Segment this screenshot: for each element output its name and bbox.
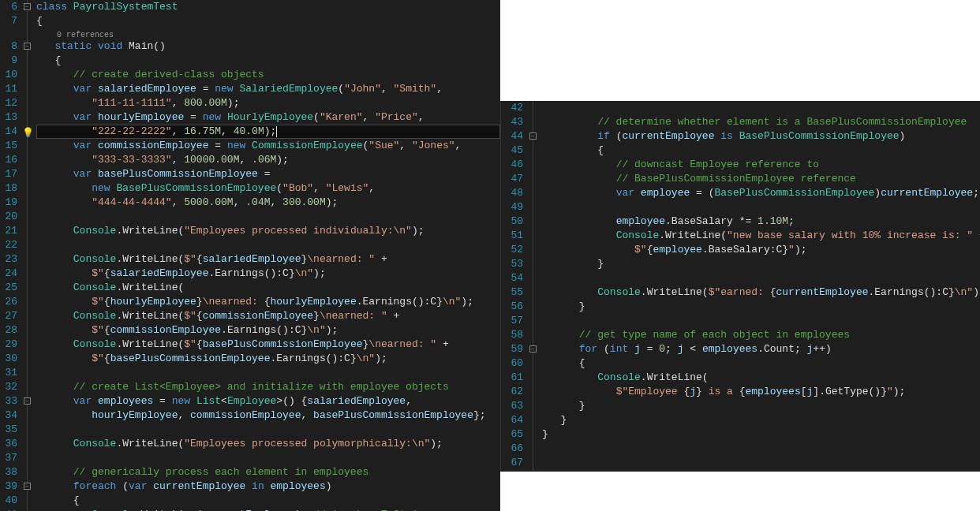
line-number[interactable]: 56	[501, 300, 523, 314]
code-line[interactable]: hourlyEmployee, commissionEmployee, base…	[36, 408, 500, 423]
line-number[interactable]: 67	[501, 456, 523, 470]
line-number[interactable]: 47	[501, 172, 523, 186]
fold-toggle-icon[interactable]: −	[529, 345, 537, 352]
line-number[interactable]: 7	[0, 14, 17, 28]
line-number[interactable]: 53	[501, 257, 523, 271]
code-line[interactable]	[36, 423, 500, 437]
line-number[interactable]: 55	[501, 285, 523, 300]
line-number[interactable]: 12	[0, 96, 17, 110]
code-line[interactable]: // get type name of each object in emplo…	[542, 328, 980, 342]
line-number[interactable]: 45	[501, 144, 523, 158]
line-number[interactable]: 44	[501, 129, 523, 144]
code-line[interactable]: var commissionEmployee = new CommissionE…	[36, 139, 500, 153]
code-line[interactable]: {	[36, 54, 500, 68]
code-line[interactable]: // BasePlusCommissionEmployee reference	[542, 172, 980, 186]
fold-toggle-icon[interactable]: −	[24, 43, 31, 50]
line-number[interactable]: 21	[0, 224, 17, 238]
fold-column[interactable]: −−−−	[22, 0, 33, 511]
line-number[interactable]: 62	[501, 385, 523, 399]
line-number[interactable]: 49	[501, 200, 523, 214]
editor-pane-right[interactable]: 4243444546474849505152535455565758596061…	[500, 101, 980, 472]
code-line[interactable]: Console.WriteLine($"{commissionEmployee}…	[36, 309, 500, 323]
line-number[interactable]: 50	[501, 214, 523, 229]
code-line[interactable]: // create List<Employee> and initialize …	[36, 380, 500, 394]
line-number[interactable]: 39	[0, 479, 17, 494]
code-line[interactable]: for (int j = 0; j < employees.Count; j++…	[542, 342, 980, 356]
code-line[interactable]: $"Employee {j} is a {employees[j].GetTyp…	[542, 385, 980, 399]
code-line[interactable]: static void Main()	[36, 39, 500, 54]
line-number[interactable]: 8	[0, 39, 17, 54]
code-line[interactable]	[36, 210, 500, 224]
code-line[interactable]	[36, 238, 500, 252]
code-line[interactable]: employee.BaseSalary *= 1.10M;	[542, 214, 980, 229]
line-number[interactable]: 35	[0, 423, 17, 437]
code-line[interactable]	[542, 271, 980, 285]
line-number-gutter[interactable]: 6789101112131415161718192021222324252627…	[0, 0, 22, 511]
line-number[interactable]: 20	[0, 210, 17, 224]
line-number[interactable]: 66	[501, 442, 523, 456]
code-line[interactable]	[542, 456, 980, 470]
line-number[interactable]: 33	[0, 394, 17, 408]
code-line[interactable]	[36, 366, 500, 380]
editor-pane-left[interactable]: 6789101112131415161718192021222324252627…	[0, 0, 500, 511]
line-number[interactable]: 14	[0, 125, 17, 139]
code-line[interactable]: // downcast Employee reference to	[542, 158, 980, 172]
line-number[interactable]: 31	[0, 366, 17, 380]
lightbulb-icon[interactable]: 💡	[22, 126, 33, 137]
line-number[interactable]: 48	[501, 186, 523, 200]
line-number[interactable]: 37	[0, 451, 17, 465]
code-line[interactable]: "444-44-4444", 5000.00M, .04M, 300.00M);	[36, 196, 500, 210]
fold-toggle-icon[interactable]: −	[24, 483, 31, 490]
line-number[interactable]: 40	[0, 494, 17, 508]
line-number[interactable]: 26	[0, 295, 17, 309]
line-number[interactable]: 16	[0, 153, 17, 167]
code-line[interactable]: class PayrollSystemTest	[36, 0, 500, 14]
code-line[interactable]: Console.WriteLine(	[542, 371, 980, 385]
line-number[interactable]: 41	[0, 508, 17, 511]
line-number[interactable]: 25	[0, 281, 17, 295]
code-line[interactable]: {	[36, 494, 500, 508]
code-line[interactable]: "111-11-1111", 800.00M);	[36, 96, 500, 110]
line-number[interactable]: 9	[0, 54, 17, 68]
line-number[interactable]: 61	[501, 371, 523, 385]
code-line[interactable]: {	[36, 14, 500, 28]
line-number[interactable]: 65	[501, 427, 523, 442]
line-number[interactable]: 6	[0, 0, 17, 14]
line-number[interactable]: 11	[0, 82, 17, 96]
code-line[interactable]: }	[542, 257, 980, 271]
code-line[interactable]	[542, 200, 980, 214]
code-line[interactable]: "222-22-2222", 16.75M, 40.0M);	[36, 125, 500, 139]
code-line[interactable]: var basePlusCommissionEmployee =	[36, 167, 500, 181]
line-number[interactable]: 34	[0, 408, 17, 423]
line-number[interactable]: 29	[0, 338, 17, 352]
codelens-references[interactable]: 0 references	[36, 28, 500, 39]
line-number[interactable]: 63	[501, 399, 523, 413]
line-number[interactable]: 23	[0, 252, 17, 267]
line-number[interactable]: 13	[0, 110, 17, 125]
code-line[interactable]: Console.WriteLine(currentEmployee); // i…	[36, 508, 500, 511]
code-line[interactable]: }	[542, 399, 980, 413]
code-line[interactable]: Console.WriteLine("new base salary with …	[542, 229, 980, 243]
code-line[interactable]: "333-33-3333", 10000.00M, .06M);	[36, 153, 500, 167]
line-number[interactable]: 28	[0, 323, 17, 338]
code-line[interactable]: {	[542, 356, 980, 371]
line-number[interactable]: 60	[501, 356, 523, 371]
code-line[interactable]: var employee = (BasePlusCommissionEmploy…	[542, 186, 980, 200]
line-number[interactable]: 22	[0, 238, 17, 252]
line-number[interactable]: 64	[501, 413, 523, 427]
code-line[interactable]: {	[542, 144, 980, 158]
line-number[interactable]: 30	[0, 352, 17, 366]
code-line[interactable]: }	[542, 413, 980, 427]
code-line[interactable]: var hourlyEmployee = new HourlyEmployee(…	[36, 110, 500, 125]
line-number[interactable]: 38	[0, 465, 17, 479]
line-number[interactable]: 54	[501, 271, 523, 285]
line-number[interactable]: 43	[501, 115, 523, 129]
code-line[interactable]: // create derived-class objects	[36, 68, 500, 82]
code-line[interactable]: foreach (var currentEmployee in employee…	[36, 479, 500, 494]
code-line[interactable]: $"{salariedEmployee.Earnings():C}\n");	[36, 267, 500, 281]
line-number[interactable]: 15	[0, 139, 17, 153]
line-number[interactable]: 57	[501, 314, 523, 328]
fold-column[interactable]: −−	[528, 101, 539, 472]
code-line[interactable]: var salariedEmployee = new SalariedEmplo…	[36, 82, 500, 96]
code-line[interactable]: $"{employee.BaseSalary:C}");	[542, 243, 980, 257]
